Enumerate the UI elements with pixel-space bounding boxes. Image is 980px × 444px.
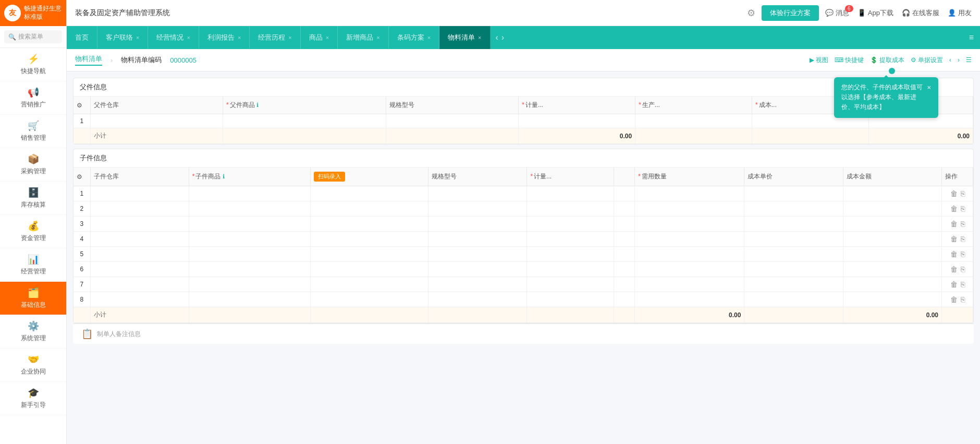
tab-operations-close[interactable]: × (187, 34, 190, 41)
child-row-7: 7 🗑 ⎘ (74, 277, 973, 292)
tab-operations[interactable]: 经营情况 × (148, 26, 199, 49)
parent-row-1-spec[interactable] (386, 114, 518, 128)
child-row-1-goods[interactable] (189, 186, 310, 201)
user-menu[interactable]: 👤 用友 (948, 8, 972, 18)
parent-row-1-warehouse[interactable] (90, 114, 223, 128)
delete-icon-5[interactable]: 🗑 (950, 250, 958, 258)
nav-left-button[interactable]: ‹ (949, 56, 951, 64)
copy-icon-3[interactable]: ⎘ (961, 220, 965, 228)
message-button[interactable]: 💬 消息 6 (825, 8, 849, 18)
view-button[interactable]: ▶ 视图 (810, 56, 828, 65)
copy-icon-6[interactable]: ⎘ (961, 265, 965, 273)
copy-icon-2[interactable]: ⎘ (961, 205, 965, 213)
sidebar-item-marketing[interactable]: 📢 营销推广 (0, 81, 66, 115)
tab-profit[interactable]: 利润报告 × (199, 26, 250, 49)
sidebar-logo: 友 畅捷通好生意 标准版 (0, 0, 66, 26)
nav-right-button[interactable]: › (958, 56, 960, 64)
tab-goods[interactable]: 商品 × (301, 26, 338, 49)
tab-bom-close[interactable]: × (478, 34, 481, 41)
parent-row-1-produce[interactable] (635, 114, 752, 128)
settings-icon[interactable]: ⚙ (747, 7, 755, 19)
breadcrumb-list[interactable]: 物料清单 (75, 54, 102, 66)
scan-button[interactable]: 扫码录入 (314, 172, 345, 182)
guide-icon: 🎓 (28, 387, 39, 399)
delete-icon-7[interactable]: 🗑 (950, 280, 958, 289)
close-all-tabs[interactable]: ≡ (963, 33, 980, 42)
child-row-2-action: 🗑 ⎘ (942, 201, 973, 217)
parent-col-unit: *计量... (519, 97, 635, 114)
tab-bom[interactable]: 物料清单 × (439, 26, 490, 49)
child-col-unit: *计量... (527, 167, 614, 186)
parent-col-warehouse: 父件仓库 (90, 97, 223, 114)
tab-history-close[interactable]: × (288, 34, 291, 41)
child-row-1-amount (843, 186, 941, 201)
child-col-action: 操作 (942, 167, 973, 186)
child-col-scan[interactable]: 扫码录入 (310, 167, 428, 186)
delete-icon-1[interactable]: 🗑 (950, 189, 958, 198)
tab-new-goods[interactable]: 新增商品 × (338, 26, 388, 49)
tab-profit-close[interactable]: × (238, 34, 241, 41)
toolbar-right: ▶ 视图 ⌨ 快捷键 💲 提取成本 ⚙ 单据设置 ‹ › ☰ (810, 56, 972, 65)
tab-prev-arrow[interactable]: ‹ (495, 32, 499, 43)
delete-icon-6[interactable]: 🗑 (950, 265, 958, 273)
child-row-8: 8 🗑 ⎘ (74, 292, 973, 307)
parent-row-1-unit[interactable] (519, 114, 635, 128)
tab-history[interactable]: 经营历程 × (250, 26, 300, 49)
child-row-1-price[interactable] (744, 186, 843, 201)
child-row-1: 1 🗑 ⎘ (74, 186, 973, 201)
sidebar-item-system[interactable]: ⚙️ 系统管理 (0, 315, 66, 349)
child-subtotal-amount: 0.00 (843, 307, 941, 323)
tab-goods-close[interactable]: × (326, 34, 329, 41)
shortcut-button[interactable]: ⌨ 快捷键 (835, 56, 864, 65)
sidebar-item-guide[interactable]: 🎓 新手引导 (0, 382, 66, 415)
sidebar-item-inventory[interactable]: 🗄️ 库存核算 (0, 182, 66, 215)
sidebar-item-operations[interactable]: 📊 经营管理 (0, 248, 66, 282)
trial-button[interactable]: 体验行业方案 (762, 5, 819, 21)
tab-barcode[interactable]: 条码方案 × (389, 26, 439, 49)
online-service-button[interactable]: 🎧 在线客服 (902, 8, 939, 18)
extract-cost-button[interactable]: 💲 提取成本 (870, 56, 904, 65)
child-row-8-action: 🗑 ⎘ (942, 292, 973, 307)
parent-col-settings[interactable]: ⚙ (74, 97, 90, 114)
single-settings-button[interactable]: ⚙ 单据设置 (911, 56, 943, 65)
sidebar-item-enterprise[interactable]: 🤝 企业协同 (0, 349, 66, 382)
delete-icon-3[interactable]: 🗑 (950, 220, 958, 228)
child-row-1-warehouse[interactable] (90, 186, 189, 201)
sidebar-item-basic-info[interactable]: 🗂️ 基础信息 (0, 282, 66, 315)
delete-icon-2[interactable]: 🗑 (950, 205, 958, 213)
parent-row-1-goods[interactable] (223, 114, 386, 128)
child-row-1-qty[interactable] (635, 186, 744, 201)
message-badge: 6 (845, 5, 853, 12)
sidebar-search[interactable]: 🔍 搜索菜单 (0, 26, 66, 48)
sidebar-item-finance[interactable]: 💰 资金管理 (0, 215, 66, 248)
callout-close-button[interactable]: × (927, 82, 931, 93)
child-col-settings[interactable]: ⚙ (74, 167, 90, 186)
child-row-1-unit[interactable] (527, 186, 614, 201)
copy-icon-5[interactable]: ⎘ (961, 250, 965, 258)
delete-icon-8[interactable]: 🗑 (950, 295, 958, 304)
sidebar-item-purchase[interactable]: 📦 采购管理 (0, 148, 66, 182)
tab-next-arrow[interactable]: › (500, 32, 505, 43)
tab-home[interactable]: 首页 (67, 26, 97, 49)
callout-tooltip: × 您的父件、子件的成本取值可以选择【参考成本、最新进价、平均成本】 (834, 77, 938, 118)
sidebar-item-quick-nav[interactable]: ⚡ 快捷导航 (0, 48, 66, 81)
app-download-button[interactable]: 📱 App下载 (858, 8, 893, 18)
system-icon: ⚙️ (28, 320, 39, 332)
inventory-icon: 🗄️ (28, 187, 39, 198)
copy-icon-8[interactable]: ⎘ (961, 295, 965, 304)
child-row-3: 3 🗑 ⎘ (74, 217, 973, 232)
sidebar-item-sales[interactable]: 🛒 销售管理 (0, 115, 66, 148)
copy-icon-7[interactable]: ⎘ (961, 280, 965, 289)
child-row-1-spec[interactable] (428, 186, 527, 201)
child-row-6-action: 🗑 ⎘ (942, 262, 973, 277)
tab-barcode-close[interactable]: × (427, 34, 431, 41)
parent-row-1-num: 1 (74, 114, 90, 128)
copy-icon-1[interactable]: ⎘ (961, 189, 965, 198)
tab-customer-close[interactable]: × (136, 34, 139, 41)
tab-customer[interactable]: 客户联络 × (97, 26, 148, 49)
tab-new-goods-close[interactable]: × (376, 34, 379, 41)
delete-icon-4[interactable]: 🗑 (950, 235, 958, 243)
menu-button[interactable]: ☰ (966, 56, 972, 64)
tab-nav-arrows: ‹ › (491, 32, 510, 43)
copy-icon-4[interactable]: ⎘ (961, 235, 965, 243)
